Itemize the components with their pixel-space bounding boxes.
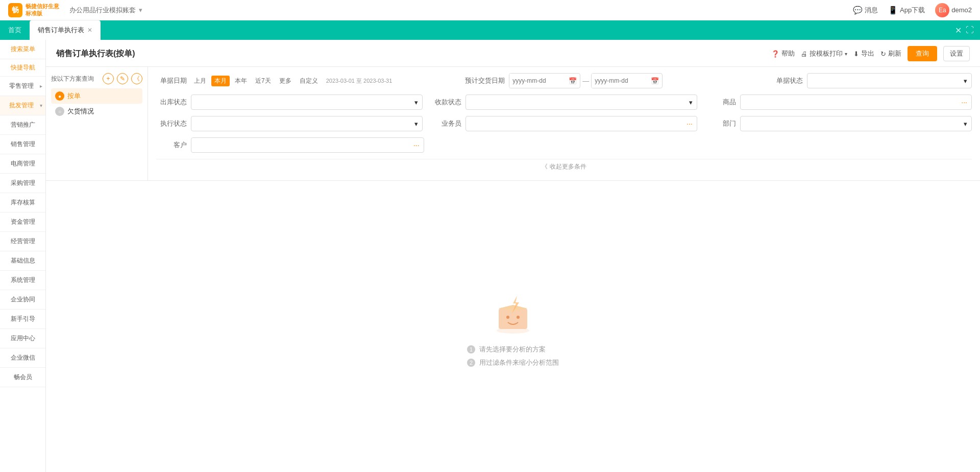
status-select[interactable]: ▾ [807, 73, 972, 88]
salesman-dots-button[interactable]: ··· [687, 120, 693, 128]
page-title-row: 销售订单执行表(按单) ❓ 帮助 🖨 按模板打印 ▾ ⬇ 导出 [56, 46, 970, 61]
goods-dots-button[interactable]: ··· [961, 98, 967, 106]
dept-field: 部门 ▾ [705, 116, 972, 131]
print-button[interactable]: 🖨 按模板打印 ▾ [801, 49, 847, 58]
date-custom[interactable]: 自定义 [297, 76, 321, 86]
sidebar-item-purchase[interactable]: 采购管理 [0, 174, 45, 193]
breadcrumb-arrow-icon[interactable]: ▾ [139, 6, 142, 14]
message-icon: 💬 [853, 6, 863, 15]
step2-num: 2 [467, 359, 475, 367]
filter-scheme-title: 按以下方案查询 + ✎ 《 [51, 73, 142, 84]
receipt-field: 收款状态 ▾ [431, 95, 697, 110]
sidebar-item-marketing[interactable]: 营销推广 [0, 115, 45, 135]
content-area: 销售订单执行表(按单) ❓ 帮助 🖨 按模板打印 ▾ ⬇ 导出 [46, 40, 980, 472]
date-this-month[interactable]: 本月 [211, 76, 230, 86]
edit-icon: ✎ [120, 75, 125, 82]
sidebar-item-wechat[interactable]: 企业微信 [0, 348, 45, 368]
delivery-select[interactable]: ▾ [191, 95, 423, 110]
expected-date-field: 预计交货日期 📅 — 📅 [464, 73, 764, 88]
sidebar-item-retail[interactable]: 零售管理 ▸ [0, 77, 45, 96]
goods-input-wrap[interactable]: ··· [740, 95, 972, 110]
tab-home[interactable]: 首页 [0, 20, 30, 40]
sidebar-quick-nav[interactable]: 快捷导航 [0, 59, 45, 77]
header-left: 畅 畅捷信好生意 标准版 办公用品行业模拟账套 ▾ [8, 3, 142, 17]
logo-icon: 畅 [8, 3, 22, 17]
sidebar-item-sales[interactable]: 销售管理 [0, 135, 45, 154]
query-button[interactable]: 查询 [908, 46, 937, 61]
empty-illustration [487, 286, 538, 337]
chevron-down-icon: ▾ [40, 103, 42, 108]
tab-expand-icon[interactable]: ⛶ [966, 26, 974, 35]
scheme-shortage[interactable]: ○ 欠货情况 [51, 104, 142, 119]
message-button[interactable]: 💬 消息 [853, 6, 878, 15]
scheme-order-icon: ● [55, 91, 64, 101]
date-range-text: 2023-03-01 至 2023-03-31 [326, 77, 393, 85]
status-field: 单据状态 ▾ [772, 73, 972, 88]
top-header: 畅 畅捷信好生意 标准版 办公用品行业模拟账套 ▾ 💬 消息 📱 App下载 E… [0, 0, 980, 20]
chevron-right-icon: ▸ [40, 83, 42, 89]
svg-point-6 [517, 316, 520, 319]
date-more[interactable]: 更多 [276, 76, 295, 86]
sidebar-item-basic-info[interactable]: 基础信息 [0, 251, 45, 271]
header-right: 💬 消息 📱 App下载 Ea demo2 [853, 3, 972, 17]
add-scheme-button[interactable]: + [103, 73, 114, 84]
edit-scheme-button[interactable]: ✎ [117, 73, 128, 84]
sidebar-item-finance[interactable]: 资金管理 [0, 213, 45, 232]
breadcrumb-text: 办公用品行业模拟账套 [69, 6, 136, 15]
help-button[interactable]: ❓ 帮助 [771, 49, 795, 58]
settings-button[interactable]: 设置 [943, 46, 970, 61]
svg-point-5 [506, 316, 509, 319]
empty-text: 1 请先选择要分析的方案 2 用过滤条件来缩小分析范围 [467, 345, 559, 367]
dept-label: 部门 [705, 119, 736, 128]
tab-sales-order[interactable]: 销售订单执行表 ✕ [30, 20, 101, 40]
sidebar-item-ecommerce[interactable]: 电商管理 [0, 154, 45, 174]
exec-select[interactable]: ▾ [191, 116, 423, 131]
page-actions: ❓ 帮助 🖨 按模板打印 ▾ ⬇ 导出 ↻ 刷新 [771, 46, 970, 61]
sidebar-item-newbie[interactable]: 新手引导 [0, 310, 45, 329]
empty-step-1: 1 请先选择要分析的方案 [467, 345, 559, 354]
sidebar-search[interactable]: 搜索菜单 [0, 40, 45, 59]
collapse-scheme-button[interactable]: 《 [131, 73, 142, 84]
user-menu[interactable]: Ea demo2 [935, 3, 972, 17]
calendar-from-icon: 📅 [566, 77, 580, 85]
expected-date-to-input[interactable] [592, 74, 648, 88]
filter-row-2: 出库状态 ▾ 收款状态 ▾ 商品 [156, 95, 972, 110]
sidebar-item-system[interactable]: 系统管理 [0, 271, 45, 290]
scheme-by-order[interactable]: ● 按单 [51, 88, 142, 104]
main-layout: 搜索菜单 快捷导航 零售管理 ▸ 批发管理 ▾ 营销推广 销售管理 电商管理 采… [0, 40, 980, 472]
salesman-input-wrap[interactable]: ··· [465, 116, 697, 131]
print-arrow-icon: ▾ [845, 51, 847, 57]
tab-sales-order-label: 销售订单执行表 [38, 26, 84, 35]
receipt-select[interactable]: ▾ [465, 95, 697, 110]
goods-label: 商品 [705, 98, 736, 107]
sidebar-item-wholesale[interactable]: 批发管理 ▾ [0, 96, 45, 115]
sidebar-item-inventory[interactable]: 库存核算 [0, 193, 45, 213]
collapse-icon: 《 [134, 75, 140, 83]
refresh-button[interactable]: ↻ 刷新 [880, 49, 901, 58]
tab-close-icon[interactable]: ✕ [87, 27, 92, 34]
export-button[interactable]: ⬇ 导出 [853, 49, 874, 58]
customer-dots-button[interactable]: ··· [413, 141, 420, 149]
sidebar-item-member[interactable]: 畅会员 [0, 368, 45, 387]
filter-row-1: 单据日期 上月 本月 本年 近7天 更多 自定义 2023-03-01 至 20… [156, 73, 972, 88]
date-this-year[interactable]: 本年 [232, 76, 250, 86]
date-7days[interactable]: 近7天 [252, 76, 274, 86]
receipt-label: 收款状态 [431, 98, 461, 107]
collapse-button[interactable]: 《 收起更多条件 [156, 159, 972, 174]
sidebar-item-enterprise[interactable]: 企业协同 [0, 290, 45, 310]
sidebar-item-management[interactable]: 经营管理 [0, 232, 45, 251]
tab-close-window-icon[interactable]: ✕ [955, 26, 962, 35]
dept-select[interactable]: ▾ [740, 116, 972, 131]
date-separator: — [582, 77, 589, 85]
sidebar-item-app-center[interactable]: 应用中心 [0, 329, 45, 348]
goods-field: 商品 ··· [705, 95, 972, 110]
app-download-button[interactable]: 📱 App下载 [888, 6, 925, 15]
step1-num: 1 [467, 345, 475, 353]
date-tags: 上月 本月 本年 近7天 更多 自定义 [191, 76, 321, 86]
date-last-month[interactable]: 上月 [191, 76, 209, 86]
customer-input-wrap[interactable]: ··· [191, 137, 424, 153]
refresh-icon: ↻ [880, 50, 886, 58]
tab-bar: 首页 销售订单执行表 ✕ ✕ ⛶ [0, 20, 980, 40]
expected-date-from-input[interactable] [509, 74, 566, 88]
empty-state: 1 请先选择要分析的方案 2 用过滤条件来缩小分析范围 [46, 181, 980, 472]
